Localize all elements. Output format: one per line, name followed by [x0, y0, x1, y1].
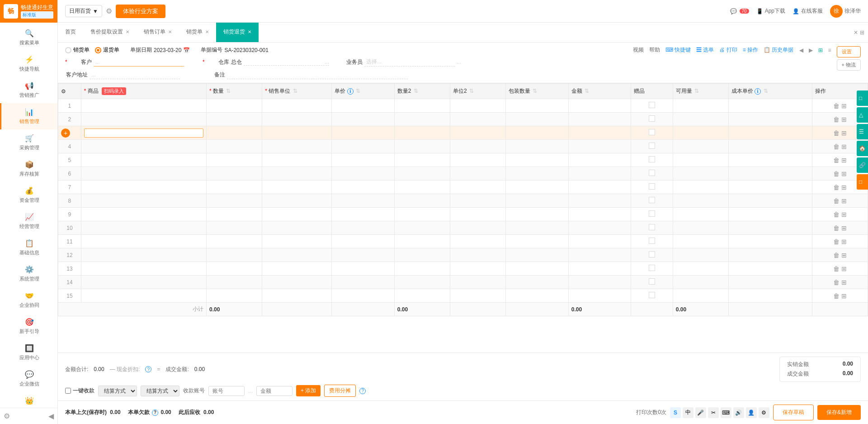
- unit2-cell-7[interactable]: [450, 181, 505, 194]
- unit2-cell-13[interactable]: [450, 262, 505, 276]
- unit-cell-6[interactable]: [262, 167, 332, 181]
- remark-input[interactable]: [227, 70, 408, 79]
- operation-btn[interactable]: ≡ 操作: [743, 46, 758, 54]
- amount-cell-5[interactable]: [568, 153, 631, 167]
- tab-sales-order[interactable]: 销售订单 ✕: [137, 23, 179, 42]
- product-cell-4[interactable]: [81, 140, 206, 153]
- unit-cell-8[interactable]: [262, 194, 332, 208]
- sys-icon-5[interactable]: ⌨: [721, 407, 731, 418]
- price-cell-1[interactable]: [332, 99, 395, 113]
- amount-cell-9[interactable]: [568, 208, 631, 221]
- col-settings[interactable]: ⚙: [58, 84, 81, 99]
- row-copy-btn-5[interactable]: ⊞: [841, 157, 847, 164]
- gift-cell-12[interactable]: [631, 248, 673, 262]
- unit2-cell-6[interactable]: [450, 167, 505, 181]
- product-cell-1[interactable]: [81, 99, 206, 113]
- price-cell-13[interactable]: [332, 262, 395, 276]
- row-delete-btn-3[interactable]: 🗑: [833, 129, 840, 137]
- float-btn-3[interactable]: ☰: [857, 124, 868, 139]
- history-btn[interactable]: 📋 历史单据: [764, 46, 793, 54]
- cost-cell-13[interactable]: [728, 262, 812, 276]
- pkg-cell-10[interactable]: [506, 221, 569, 235]
- gift-cell-11[interactable]: [631, 235, 673, 248]
- product-cell-7[interactable]: [81, 181, 206, 194]
- add-btn[interactable]: + 添加: [296, 385, 321, 396]
- avail-cell-5[interactable]: [673, 153, 728, 167]
- print-btn[interactable]: 🖨 打印: [719, 46, 737, 54]
- pkg-cell-5[interactable]: [506, 153, 569, 167]
- product-cell-14[interactable]: [81, 276, 206, 289]
- qty-cell-11[interactable]: [207, 235, 262, 248]
- avail-cell-2[interactable]: [673, 113, 728, 126]
- price-cell-4[interactable]: [332, 140, 395, 153]
- qty2-cell-12[interactable]: [394, 248, 450, 262]
- pkg-cell-4[interactable]: [506, 140, 569, 153]
- float-btn-2[interactable]: △: [857, 107, 868, 123]
- unit2-cell-3[interactable]: [450, 126, 505, 140]
- qty2-cell-5[interactable]: [394, 153, 450, 167]
- grid-view-icon[interactable]: ⊞: [818, 47, 823, 53]
- avail-cell-13[interactable]: [673, 262, 728, 276]
- price-cell-12[interactable]: [332, 248, 395, 262]
- avail-cell-8[interactable]: [673, 194, 728, 208]
- sys-icon-8[interactable]: ⚙: [759, 407, 769, 418]
- avail-cell-4[interactable]: [673, 140, 728, 153]
- amount-cell-13[interactable]: [568, 262, 631, 276]
- sidebar-item-sales[interactable]: 📊 销售管理: [0, 103, 57, 129]
- sidebar-item-apps[interactable]: 🔲 应用中心: [0, 339, 57, 366]
- single-debt-info-icon[interactable]: ?: [152, 410, 158, 416]
- cost-cell-11[interactable]: [728, 235, 812, 248]
- product-cell-8[interactable]: [81, 194, 206, 208]
- discount-info-icon[interactable]: ?: [145, 366, 151, 372]
- product-cell-5[interactable]: [81, 153, 206, 167]
- qty-cell-14[interactable]: [207, 276, 262, 289]
- amount-cell-1[interactable]: [568, 99, 631, 113]
- sidebar-item-finance[interactable]: 💰 资金管理: [0, 182, 57, 208]
- unit-cell-5[interactable]: [262, 153, 332, 167]
- avail-cell-7[interactable]: [673, 181, 728, 194]
- row-copy-btn-12[interactable]: ⊞: [841, 252, 847, 259]
- qty-cell-8[interactable]: [207, 194, 262, 208]
- sidebar-item-system[interactable]: ⚙️ 系统管理: [0, 261, 57, 287]
- unit2-cell-14[interactable]: [450, 276, 505, 289]
- pkg-cell-7[interactable]: [506, 181, 569, 194]
- cost-cell-8[interactable]: [728, 194, 812, 208]
- amount-cell-4[interactable]: [568, 140, 631, 153]
- row-delete-btn-14[interactable]: 🗑: [833, 279, 840, 286]
- avail-cell-11[interactable]: [673, 235, 728, 248]
- avail-cell-12[interactable]: [673, 248, 728, 262]
- cost-cell-2[interactable]: [728, 113, 812, 126]
- sidebar-item-basic[interactable]: 📋 基础信息: [0, 234, 57, 261]
- float-btn-5[interactable]: 🔗: [857, 157, 868, 173]
- customer-input[interactable]: ...: [94, 57, 184, 67]
- product-cell-2[interactable]: [81, 113, 206, 126]
- cost-sort-icon[interactable]: ⇅: [764, 88, 768, 94]
- gift-checkbox-14[interactable]: [649, 278, 655, 285]
- cost-cell-10[interactable]: [728, 221, 812, 235]
- split-info-icon[interactable]: ?: [359, 388, 366, 394]
- cost-price-info-icon[interactable]: ℹ: [755, 88, 761, 95]
- float-btn-1[interactable]: □: [857, 91, 868, 106]
- tab-sales-return-close[interactable]: ✕: [248, 29, 251, 34]
- gift-checkbox-6[interactable]: [649, 170, 655, 176]
- price-cell-8[interactable]: [332, 194, 395, 208]
- cost-cell-9[interactable]: [728, 208, 812, 221]
- row-delete-btn-2[interactable]: 🗑: [833, 116, 840, 123]
- float-btn-6[interactable]: □: [857, 174, 868, 190]
- settlement-method-select[interactable]: 结算方式: [98, 386, 137, 396]
- row-delete-btn-1[interactable]: 🗑: [833, 102, 840, 110]
- settings-gear-icon[interactable]: ⚙: [106, 7, 112, 15]
- qty2-cell-2[interactable]: [394, 113, 450, 126]
- avail-cell-9[interactable]: [673, 208, 728, 221]
- logistics-btn[interactable]: + 物流: [837, 59, 861, 71]
- gift-cell-4[interactable]: [631, 140, 673, 153]
- online-service-item[interactable]: 👤 在线客服: [793, 7, 823, 15]
- gift-cell-1[interactable]: [631, 99, 673, 113]
- row-delete-btn-4[interactable]: 🗑: [833, 143, 840, 150]
- sales-doc-radio[interactable]: 销货单: [65, 46, 90, 54]
- sys-icon-2[interactable]: 中: [683, 407, 693, 418]
- sys-icon-1[interactable]: S: [670, 407, 681, 418]
- app-download-item[interactable]: 📱 App下载: [756, 7, 785, 15]
- float-btn-4[interactable]: 🏠: [857, 141, 868, 156]
- qty2-sort-icon[interactable]: ⇅: [414, 88, 418, 94]
